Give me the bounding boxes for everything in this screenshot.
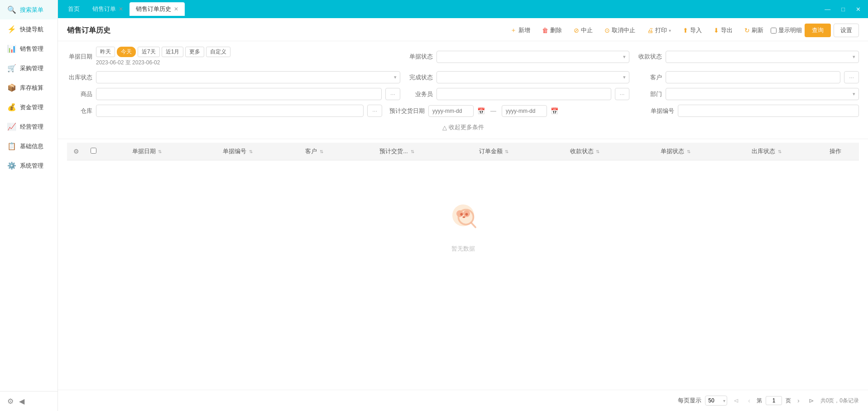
sidebar-bottom: ⚙ ◀ xyxy=(0,391,58,411)
salesperson-input[interactable] xyxy=(436,88,611,100)
last-page-button[interactable]: ⊳ xyxy=(806,396,817,405)
date-btn-yesterday[interactable]: 昨天 xyxy=(96,47,115,57)
refresh-button[interactable]: ↻ 刷新 xyxy=(740,24,768,37)
table-area: ⚙ 单据日期 ⇅ 单据编号 ⇅ xyxy=(58,143,868,280)
date-btn-today[interactable]: 今天 xyxy=(117,47,136,57)
sort-no-icon: ⇅ xyxy=(249,149,253,154)
sidebar-item-basic[interactable]: 📋 基础信息 xyxy=(0,136,58,156)
table-header-row: ⚙ 单据日期 ⇅ 单据编号 ⇅ xyxy=(67,143,859,160)
customer-dots-button[interactable]: ··· xyxy=(844,71,859,83)
delete-button[interactable]: 🗑 删除 xyxy=(537,24,566,37)
goods-dots-button[interactable]: ··· xyxy=(385,88,400,100)
goods-input[interactable] xyxy=(96,88,382,100)
th-no[interactable]: 单据编号 ⇅ xyxy=(192,143,283,160)
svg-point-5 xyxy=(460,213,463,216)
salesperson-dots-button[interactable]: ··· xyxy=(615,88,630,100)
th-amount[interactable]: 订单金额 ⇅ xyxy=(448,143,539,160)
gear-icon[interactable]: ⚙ xyxy=(73,148,79,155)
th-operation-label: 操作 xyxy=(830,148,841,155)
stop-button[interactable]: ⊘ 中止 xyxy=(569,24,597,37)
tab-home[interactable]: 首页 xyxy=(62,2,86,16)
collapse-sidebar-icon[interactable]: ◀ xyxy=(19,397,24,406)
sidebar-item-label: 资金管理 xyxy=(20,103,43,111)
settings-button[interactable]: 设置 xyxy=(834,24,859,37)
date-btn-more[interactable]: 更多 xyxy=(185,47,204,57)
complete-status-select[interactable] xyxy=(436,71,630,83)
collapse-up-icon: △ xyxy=(442,124,447,131)
display-detail-input[interactable] xyxy=(771,28,777,34)
page-input[interactable] xyxy=(766,396,782,405)
th-bill-status[interactable]: 单据状态 ⇅ xyxy=(630,143,721,160)
tab-sales-order-history-close[interactable]: ✕ xyxy=(174,6,178,12)
dept-select[interactable] xyxy=(666,88,859,100)
th-customer-label: 客户 xyxy=(305,148,317,155)
sidebar-item-quick-nav[interactable]: ⚡ 快捷导航 xyxy=(0,19,58,39)
collapse-bar[interactable]: △ 收起更多条件 xyxy=(67,121,859,133)
customer-input[interactable] xyxy=(666,71,840,83)
sidebar-item-sales[interactable]: 📊 销售管理 xyxy=(0,39,58,58)
search-icon: 🔍 xyxy=(7,5,16,14)
cal-start-icon[interactable]: 📅 xyxy=(477,107,485,115)
bill-status-label: 单据状态 xyxy=(408,53,433,61)
out-status-select-wrapper: ▾ xyxy=(96,71,400,83)
svg-point-7 xyxy=(462,216,465,218)
prev-page-button[interactable]: ‹ xyxy=(745,396,753,405)
th-expected-date[interactable]: 预计交货... ⇅ xyxy=(345,143,449,160)
close-button[interactable]: ✕ xyxy=(852,4,864,15)
settings-bottom-icon[interactable]: ⚙ xyxy=(7,397,14,406)
basic-icon: 📋 xyxy=(7,142,16,150)
date-btn-1month[interactable]: 近1月 xyxy=(162,47,184,57)
tab-sales-order-history[interactable]: 销售订单历史 ✕ xyxy=(129,2,185,16)
minimize-button[interactable]: — xyxy=(821,4,834,15)
first-page-button[interactable]: ⊲ xyxy=(731,396,742,405)
sidebar-item-system[interactable]: ⚙️ 系统管理 xyxy=(0,156,58,175)
sidebar-item-purchase[interactable]: 🛒 采购管理 xyxy=(0,58,58,78)
filter-row-2: 出库状态 ▾ 完成状态 ▾ xyxy=(67,71,859,83)
tab-sales-order-close[interactable]: ✕ xyxy=(119,6,123,12)
warehouse-input[interactable] xyxy=(96,105,364,117)
payment-status-select[interactable] xyxy=(666,51,859,63)
sidebar-item-search[interactable]: 🔍 搜索菜单 xyxy=(0,0,58,19)
salesperson-label: 业务员 xyxy=(408,90,433,98)
tab-sales-order[interactable]: 销售订单 ✕ xyxy=(86,2,129,16)
date-btn-7days[interactable]: 近7天 xyxy=(138,47,160,57)
th-no-label: 单据编号 xyxy=(223,148,246,155)
sidebar-item-operation[interactable]: 📈 经营管理 xyxy=(0,117,58,136)
date-btn-custom[interactable]: 自定义 xyxy=(206,47,230,57)
bill-no-input[interactable] xyxy=(678,105,859,117)
out-status-select[interactable] xyxy=(96,71,400,83)
toolbar: ＋ 新增 🗑 删除 ⊘ 中止 ⊙ 取消中止 🖨 打印 xyxy=(506,24,859,37)
cal-end-icon[interactable]: 📅 xyxy=(551,107,558,115)
print-button[interactable]: 🖨 打印 ▾ xyxy=(643,24,676,37)
maximize-button[interactable]: □ xyxy=(838,4,849,15)
th-out-status[interactable]: 出库状态 ⇅ xyxy=(721,143,812,160)
th-gear[interactable]: ⚙ xyxy=(67,143,85,160)
next-page-button[interactable]: › xyxy=(795,396,802,405)
sidebar: 🔍 搜索菜单 ⚡ 快捷导航 📊 销售管理 🛒 采购管理 📦 库存核算 💰 资金管… xyxy=(0,0,58,411)
data-table: ⚙ 单据日期 ⇅ 单据编号 ⇅ xyxy=(67,143,859,160)
tab-home-label: 首页 xyxy=(68,5,80,13)
page-size-select[interactable]: 10 20 50 100 xyxy=(705,396,727,406)
bill-status-select[interactable] xyxy=(436,51,630,63)
import-button[interactable]: ⬆ 导入 xyxy=(678,24,706,37)
new-button[interactable]: ＋ 新增 xyxy=(506,24,535,37)
sidebar-item-inventory[interactable]: 📦 库存核算 xyxy=(0,78,58,97)
search-button[interactable]: 查询 xyxy=(805,24,831,37)
filter-row-4: 仓库 ··· 预计交货日期 📅 — 📅 单据编号 xyxy=(67,105,859,117)
th-customer[interactable]: 客户 ⇅ xyxy=(283,143,345,160)
stop-label: 中止 xyxy=(581,26,593,34)
export-button[interactable]: ⬇ 导出 xyxy=(709,24,737,37)
expected-date-end-input[interactable] xyxy=(502,105,547,117)
display-detail-checkbox[interactable]: 显示明细 xyxy=(771,26,802,34)
page-label: 页 xyxy=(786,397,791,405)
sidebar-item-label: 快捷导航 xyxy=(20,25,43,34)
th-date[interactable]: 单据日期 ⇅ xyxy=(101,143,192,160)
sidebar-item-finance[interactable]: 💰 资金管理 xyxy=(0,97,58,117)
th-checkbox xyxy=(85,143,101,160)
page-title: 销售订单历史 xyxy=(67,26,110,35)
expected-date-start-input[interactable] xyxy=(428,105,474,117)
warehouse-dots-button[interactable]: ··· xyxy=(367,105,382,117)
select-all-checkbox[interactable] xyxy=(91,148,96,154)
th-payment-status[interactable]: 收款状态 ⇅ xyxy=(539,143,630,160)
cancel-stop-button[interactable]: ⊙ 取消中止 xyxy=(600,24,640,37)
